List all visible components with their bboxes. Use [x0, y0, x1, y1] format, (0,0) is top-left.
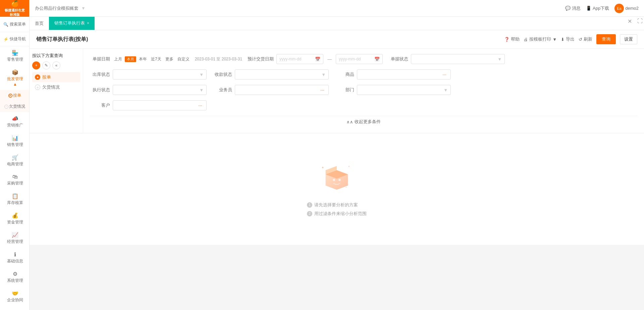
- basic-info-label: 基础信息: [7, 258, 23, 264]
- date-option-本年[interactable]: 本年: [138, 56, 148, 63]
- scheme-option-欠货情况[interactable]: ○ 欠货情况: [32, 82, 80, 92]
- sidebar-item-guide[interactable]: 🎓 新手引导: [0, 306, 29, 310]
- export-icon: ⬇: [561, 37, 565, 42]
- query-button[interactable]: 查询: [596, 34, 616, 44]
- tip-text-2: 用过滤条件来缩小分析范围: [314, 209, 367, 218]
- add-scheme-button[interactable]: +: [32, 61, 40, 69]
- user-profile[interactable]: Ea demo2: [614, 4, 639, 13]
- filter-row-2: 出库状态 ▼ 收款状态 ▼ 商品: [90, 69, 637, 80]
- topbar-left: 办公用品行业模拟账套 ▼: [35, 5, 86, 11]
- field-single-date: 单据日期 上月 本月 本年 近7天 更多 自定义 2023-03-01 至 20…: [90, 56, 242, 63]
- salesperson-input[interactable]: ···: [235, 85, 329, 95]
- tab-close-icon[interactable]: ×: [87, 21, 89, 25]
- query-label: 查询: [602, 36, 610, 42]
- estimated-delivery-start-input[interactable]: yyyy-mm-dd 📅: [276, 54, 323, 64]
- calendar-icon-start: 📅: [315, 57, 320, 62]
- page: 销售订单执行表(按单) ❓ 帮助 🖨 按模板打印 ▼ ⬇ 导出 ↺ 刷新: [30, 30, 644, 310]
- home-label: 首页: [35, 20, 44, 27]
- goods-ellipsis[interactable]: ···: [441, 72, 448, 77]
- tip-num-1: 1: [307, 202, 312, 208]
- tab-sales-exec[interactable]: 销售订单执行表 ×: [49, 17, 95, 30]
- sidebar-item-ecommerce[interactable]: 🛒 电商管理: [0, 151, 29, 170]
- filter-form: 单据日期 上月 本月 本年 近7天 更多 自定义 2023-03-01 至 20…: [83, 49, 644, 133]
- goods-input[interactable]: ···: [357, 69, 451, 80]
- sidebar-item-collaboration[interactable]: 🤝 企业协同: [0, 287, 29, 306]
- field-receipt-status: 收款状态 ▼: [212, 69, 329, 80]
- scheme-option-按单[interactable]: ✦ 按单: [32, 72, 80, 82]
- tab-home[interactable]: 首页: [30, 17, 49, 30]
- sidebar-item-inventory[interactable]: 📋 库存核算: [0, 190, 29, 209]
- tab-bar: 首页 销售订单执行表 × ✕ ⛶: [30, 17, 644, 30]
- setting-button[interactable]: 设置: [620, 34, 637, 44]
- sidebar-item-purchase[interactable]: 🛍 采购管理: [0, 170, 29, 190]
- page-header: 销售订单执行表(按单) ❓ 帮助 🖨 按模板打印 ▼ ⬇ 导出 ↺ 刷新: [30, 30, 644, 49]
- management-label: 经营管理: [7, 239, 23, 245]
- chevron-down-icon: ▼: [81, 6, 86, 11]
- sidebar-item-marketing[interactable]: 📣 营销推广: [0, 112, 29, 132]
- main-content: 办公用品行业模拟账套 ▼ 💬 消息 📱 App下载 Ea demo2 首页: [30, 0, 644, 310]
- date-placeholder-start: yyyy-mm-dd: [279, 57, 301, 61]
- app-name-line2: 标准版: [5, 12, 25, 17]
- date-option-本月-active[interactable]: 本月: [125, 56, 136, 62]
- edit-scheme-button[interactable]: ✎: [42, 61, 50, 69]
- app-download-label: App下载: [593, 5, 609, 11]
- customer-input[interactable]: ···: [113, 100, 207, 110]
- marketing-icon: 📣: [12, 115, 18, 122]
- export-button[interactable]: ⬇ 导出: [561, 36, 575, 42]
- collapse-more-button[interactable]: ∧∧ 收起更多条件: [90, 116, 637, 127]
- app-logo[interactable]: 🍊 畅捷通好生意 标准版: [0, 0, 29, 17]
- estimated-delivery-end-input[interactable]: yyyy-mm-dd 📅: [336, 54, 383, 64]
- purchase-icon: 🛍: [12, 174, 18, 180]
- outbound-status-select[interactable]: ▼: [113, 69, 207, 80]
- app-name-line1: 畅捷通好生意: [5, 8, 25, 12]
- collaboration-icon: 🤝: [12, 290, 18, 297]
- sidebar-item-sales[interactable]: 📊 销售管理: [0, 132, 29, 151]
- submenu-label-欠货情况: 欠货情况: [9, 104, 25, 109]
- sidebar-item-search[interactable]: 🔍 搜索菜单: [2, 19, 27, 29]
- single-status-select[interactable]: ▼: [411, 54, 505, 64]
- message-button[interactable]: 💬 消息: [565, 5, 581, 11]
- finance-label: 资金管理: [7, 219, 23, 225]
- sidebar-item-system[interactable]: ⚙ 系统管理: [0, 267, 29, 287]
- date-option-近7天[interactable]: 近7天: [150, 56, 163, 63]
- svg-text:✦: ✦: [321, 166, 324, 169]
- collapse-scheme-button[interactable]: «: [52, 61, 60, 69]
- sidebar-item-retail[interactable]: 🏪 零售管理: [0, 46, 29, 66]
- topbar-right: 💬 消息 📱 App下载 Ea demo2: [565, 4, 639, 13]
- window-close-button[interactable]: ✕: [626, 17, 633, 30]
- window-maximize-button[interactable]: ⛶: [636, 17, 644, 30]
- submenu-item-按单[interactable]: ● 按单: [0, 90, 29, 101]
- field-department: 部门 ▼: [334, 85, 451, 95]
- print-button[interactable]: 🖨 按模板打印 ▼: [524, 36, 557, 42]
- exec-status-select[interactable]: ▼: [113, 85, 207, 95]
- sidebar-item-wholesale[interactable]: 📦 批发管理 ▲: [0, 66, 29, 90]
- management-icon: 📈: [12, 232, 18, 238]
- ecommerce-icon: 🛒: [12, 154, 18, 161]
- help-button[interactable]: ❓ 帮助: [504, 36, 520, 42]
- sidebar-item-finance[interactable]: 💰 资金管理: [0, 209, 29, 228]
- sidebar-item-management[interactable]: 📈 经营管理: [0, 228, 29, 248]
- empty-tips: 1 请先选择要分析的方案 2 用过滤条件来缩小分析范围: [307, 201, 367, 218]
- submenu-label-按单: 按单: [13, 93, 21, 98]
- receipt-status-select[interactable]: ▼: [235, 69, 329, 80]
- sidebar-item-basic-info[interactable]: ℹ 基础信息: [0, 248, 29, 267]
- date-option-自定义[interactable]: 自定义: [176, 56, 191, 63]
- collapse-label: 收起更多条件: [355, 119, 381, 125]
- department-select[interactable]: ▼: [357, 85, 451, 95]
- industry-selector-label[interactable]: 办公用品行业模拟账套: [35, 5, 78, 11]
- sidebar-item-quicknav[interactable]: ⚡ 快捷导航: [0, 34, 29, 45]
- salesperson-ellipsis[interactable]: ···: [319, 87, 326, 93]
- avatar-text: Ea: [617, 6, 622, 10]
- tip-num-2: 2: [307, 211, 312, 216]
- wholesale-submenu: ● 按单 ○ 欠货情况: [0, 90, 29, 112]
- basic-info-icon: ℹ: [14, 251, 16, 258]
- single-status-label: 单据状态: [388, 56, 408, 62]
- customer-ellipsis[interactable]: ···: [197, 103, 204, 108]
- refresh-button[interactable]: ↺ 刷新: [579, 36, 592, 42]
- window-controls: ✕ ⛶: [626, 17, 644, 30]
- submenu-item-欠货情况[interactable]: ○ 欠货情况: [0, 101, 29, 112]
- date-option-更多[interactable]: 更多: [164, 56, 175, 63]
- date-option-上月[interactable]: 上月: [113, 56, 123, 63]
- app-download-button[interactable]: 📱 App下载: [586, 5, 609, 11]
- print-icon: 🖨: [524, 37, 528, 42]
